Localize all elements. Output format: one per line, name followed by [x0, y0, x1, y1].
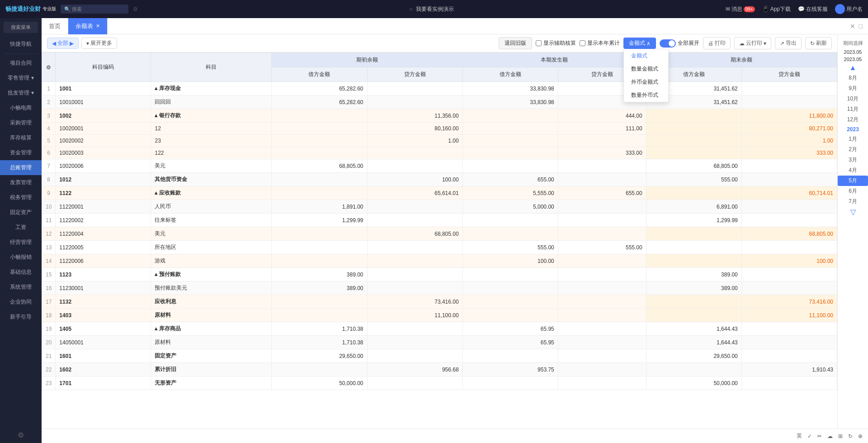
sidebar-item-cooperation[interactable]: 企业协同 [0, 295, 42, 310]
table-row[interactable]: 2 10010001 回回回 65,282.60 33,830.98 31,45… [42, 95, 837, 109]
period-month-9[interactable]: 9月 [838, 83, 868, 94]
bottom-icon-refresh[interactable]: ↻ [848, 433, 853, 439]
row-subject[interactable]: 所在地区 [151, 241, 272, 254]
period-month-10[interactable]: 10月 [838, 94, 868, 104]
sidebar-item-capital[interactable]: 资金管理 [0, 145, 42, 160]
row-subject[interactable]: 回回回 [151, 95, 272, 109]
sidebar-item-quick-nav[interactable]: 快捷导航 [0, 37, 42, 52]
row-subject[interactable]: 预付账款美元 [151, 281, 272, 295]
sidebar-item-fixed-assets[interactable]: 固定资产 [0, 205, 42, 220]
show-annual-checkbox[interactable]: 显示本年累计 [580, 39, 620, 47]
sidebar-item-ledger[interactable]: 总账管理 [0, 160, 42, 175]
table-row[interactable]: 17 1132 应收利息 73,416.00 73,416.00 [42, 295, 837, 309]
period-month-6[interactable]: 6月 [838, 186, 868, 196]
row-code[interactable]: 1122 [56, 186, 151, 200]
row-code[interactable]: 11220006 [56, 254, 151, 268]
row-code[interactable]: 10020003 [56, 147, 151, 159]
table-row[interactable]: 23 1701 无形资产 50,000.00 50,000.00 [42, 376, 837, 390]
period-up-arrow[interactable]: ▲ [849, 63, 858, 73]
table-row[interactable]: 21 1601 固定资产 29,650.00 29,650.00 [42, 349, 837, 363]
table-row[interactable]: 20 14050001 原材料 1,710.38 65.95 1,644.43 [42, 336, 837, 349]
period-month-11[interactable]: 11月 [838, 104, 868, 114]
table-row[interactable]: 14 11220006 游戏 100.00 100.00 [42, 254, 837, 268]
row-code[interactable]: 10020002 [56, 135, 151, 147]
sidebar-item-retail[interactable]: 零售管理 ▾ [0, 71, 42, 86]
sidebar-item-tax[interactable]: 税务管理 [0, 190, 42, 205]
row-subject[interactable]: 人民币 [151, 200, 272, 214]
table-row[interactable]: 18 1403 原材料 11,100.00 11,100.00 [42, 309, 837, 322]
breadcrumb-btn[interactable]: ◀ 全部 ▶ [47, 38, 79, 49]
bottom-icon-db[interactable]: ⊞ [838, 433, 843, 439]
show-auxiliary-checkbox[interactable]: 显示辅助核算 [536, 39, 576, 47]
row-subject[interactable]: 固定资产 [151, 349, 272, 363]
row-code[interactable]: 1405 [56, 322, 151, 336]
sidebar-item-inventory[interactable]: 库存核算 [0, 130, 42, 145]
expand-all-toggle[interactable] [660, 39, 676, 48]
view-mode-dropdown[interactable]: 金额式 ∧ 金额式 数量金额式 外币金额式 数量外币式 [623, 38, 656, 49]
view-mode-btn[interactable]: 金额式 ∧ [623, 38, 656, 49]
period-month-8[interactable]: 8月 [838, 73, 868, 83]
row-code[interactable]: 11220001 [56, 200, 151, 214]
row-code[interactable]: 11220005 [56, 241, 151, 254]
table-row[interactable]: 11 11220002 往来标签 1,299.99 1,299.99 [42, 214, 837, 227]
maximize-btn[interactable]: □ [859, 23, 863, 30]
table-row[interactable]: 19 1405 ▴ 库存商品 1,710.38 65.95 1,644.43 [42, 322, 837, 336]
row-subject[interactable]: 美元 [151, 159, 272, 173]
row-subject[interactable]: 应收利息 [151, 295, 272, 309]
row-subject[interactable]: 122 [151, 147, 272, 159]
row-code[interactable]: 1001 [56, 82, 151, 95]
bottom-icon-edit[interactable]: ✏ [817, 433, 822, 439]
period-month-3[interactable]: 3月 [838, 155, 868, 165]
sidebar-item-business[interactable]: 经营管理 [0, 235, 42, 250]
bottom-icon-add[interactable]: ⊕ [858, 433, 863, 439]
sidebar-gear-icon[interactable]: ⚙ [18, 431, 24, 439]
row-subject[interactable]: 无形资产 [151, 376, 272, 390]
tab-close-icon[interactable]: ✕ [96, 23, 100, 29]
bottom-icon-cloud[interactable]: ☁ [827, 433, 833, 439]
table-row[interactable]: 4 10020001 12 80,160.00 111.00 80,271.00 [42, 123, 837, 135]
bottom-icon-lang[interactable]: 英 [797, 432, 802, 440]
row-code[interactable]: 1403 [56, 309, 151, 322]
row-subject[interactable]: 23 [151, 135, 272, 147]
row-subject[interactable]: 原材料 [151, 336, 272, 349]
table-row[interactable]: 22 1602 累计折旧 956.68 953.75 1,910.43 [42, 363, 837, 376]
expand-more-btn[interactable]: ▾ 展开更多 [81, 38, 117, 49]
sidebar-item-base-info[interactable]: 基础信息 [0, 265, 42, 280]
settings-icon[interactable]: ⚙ [133, 6, 138, 12]
th-settings[interactable]: ⚙ [42, 53, 56, 82]
row-subject[interactable]: ▴ 预付账款 [151, 268, 272, 281]
sidebar-item-wholesale[interactable]: 批发管理 ▾ [0, 86, 42, 100]
row-code[interactable]: 10010001 [56, 95, 151, 109]
row-subject[interactable]: ▴ 库存现金 [151, 82, 272, 95]
refresh-btn[interactable]: ↻ 刷新 [805, 37, 832, 49]
table-row[interactable]: 1 1001 ▴ 库存现金 65,282.60 33,830.98 31,451… [42, 82, 837, 95]
row-subject[interactable]: 其他货币资金 [151, 173, 272, 186]
period-month-4[interactable]: 4月 [838, 165, 868, 176]
row-subject[interactable]: 12 [151, 123, 272, 135]
user-avatar[interactable]: 用户名 [835, 4, 863, 14]
row-code[interactable]: 1002 [56, 109, 151, 123]
period-month-5[interactable]: 5月 [838, 176, 868, 186]
row-code[interactable]: 1601 [56, 349, 151, 363]
row-code[interactable]: 11220002 [56, 214, 151, 227]
period-month-2[interactable]: 2月 [838, 144, 868, 155]
row-code[interactable]: 11230001 [56, 281, 151, 295]
dropdown-item-amount[interactable]: 金额式 [624, 49, 668, 62]
row-subject[interactable]: 原材料 [151, 309, 272, 322]
export-btn[interactable]: ↗ 导出 [775, 37, 802, 49]
sidebar-item-system[interactable]: 系统管理 [0, 280, 42, 295]
table-row[interactable]: 7 10020006 美元 68,805.00 68,805.00 [42, 159, 837, 173]
online-service-btn[interactable]: 💬 在线客服 [798, 5, 828, 13]
period-month-12[interactable]: 12月 [838, 114, 868, 125]
period-month-1[interactable]: 1月 [838, 134, 868, 144]
demo-link[interactable]: ○ 我要看实例演示 [409, 5, 454, 13]
tab-home[interactable]: 首页 [42, 18, 68, 34]
sidebar-item-purchase[interactable]: 采购管理 [0, 115, 42, 130]
row-subject[interactable]: 累计折旧 [151, 363, 272, 376]
row-subject[interactable]: 往来标签 [151, 214, 272, 227]
period-down-arrow[interactable]: ▽ [849, 207, 857, 217]
messages-btn[interactable]: ✉ 消息 99+ [726, 5, 755, 13]
row-subject[interactable]: ▴ 应收账款 [151, 186, 272, 200]
tab-balance-sheet[interactable]: 余额表 ✕ [68, 18, 108, 34]
sidebar-item-project[interactable]: 项目合同 [0, 56, 42, 71]
